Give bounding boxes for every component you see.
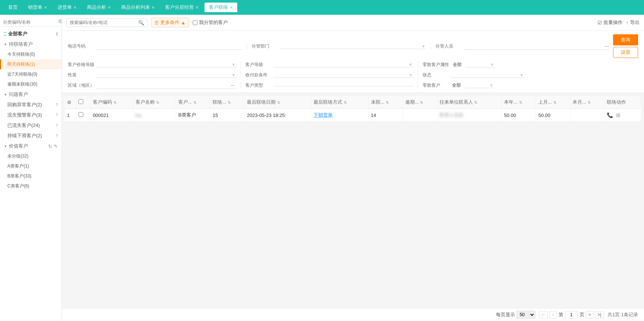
link-sales-order[interactable]: 下销货单 <box>314 112 333 118</box>
prev-page-btn[interactable]: < <box>549 311 557 318</box>
close-icon[interactable]: ✕ <box>230 5 233 10</box>
col-this-year[interactable]: 本年... ⇅ <box>502 96 536 109</box>
col-this-month[interactable]: 本月... ⇅ <box>570 96 605 109</box>
filter-dept-select[interactable]: ∨ <box>280 43 426 49</box>
table-container: ⚙ 客户编码 ⇅ 客户名称 ⇅ 客户... ⇅ 联络... ⇅ 最后联络日期 ⇅… <box>62 93 644 308</box>
toolbar-right: ☑ 批量操作 ↑ 导出 <box>598 19 640 26</box>
sidebar-group-problem[interactable]: ▼ 问题客户 <box>0 89 62 100</box>
divider <box>418 71 418 79</box>
col-unit-contact[interactable]: 往来单位联系人 ⇅ <box>437 96 501 109</box>
nav-item-purchase[interactable]: 进货单 ✕ <box>53 3 81 12</box>
col-code[interactable]: 客户编码 ⇅ <box>90 96 133 109</box>
my-customers-check[interactable] <box>193 20 197 25</box>
sidebar-item-declining[interactable]: 持续下滑客户(2) ? <box>0 131 62 141</box>
top-nav: 首页 销货单 ✕ 进货单 ✕ 商品分析 ✕ 商品分析列表 ✕ 客户分层经营 ✕ … <box>0 0 644 15</box>
search-icon[interactable]: 🔍 <box>138 20 144 25</box>
page-number-input[interactable] <box>565 311 578 318</box>
col-last-month[interactable]: 上月... ⇅ <box>536 96 570 109</box>
filter-nature: 性质 ∨ <box>68 72 236 78</box>
search-icon[interactable]: 🔍 <box>58 19 62 25</box>
sidebar-item-overdue[interactable]: 逾期未联络(30) <box>0 79 62 89</box>
nav-item-customer-contact[interactable]: 客户联络 ✕ <box>204 3 237 12</box>
close-icon[interactable]: ✕ <box>44 5 47 10</box>
filter-region-select[interactable]: ··· <box>97 82 236 89</box>
cell-this-year: 50.00 <box>502 109 536 122</box>
filter-scatter-attr-select[interactable]: ∨ <box>465 62 495 68</box>
close-icon[interactable]: ✕ <box>151 5 155 10</box>
col-settings[interactable]: ⚙ <box>65 96 76 109</box>
nav-item-customer-segment[interactable]: 客户分层经营 ✕ <box>161 3 203 12</box>
col-last-method[interactable]: 最后联络方式 ⇅ <box>311 96 369 109</box>
query-btn[interactable]: 查询 <box>613 34 638 45</box>
col-type[interactable]: 客户... ⇅ <box>176 96 210 109</box>
close-icon[interactable]: ✕ <box>73 5 77 10</box>
filter-scatter-customer-select[interactable]: ∨ <box>465 82 494 88</box>
filter-payment-terms-select[interactable]: ∨ <box>273 72 414 78</box>
sidebar-item-repurchase-abnormal[interactable]: 回购异常客户(2) ? <box>0 100 62 110</box>
settings-btn[interactable]: 设置 <box>613 47 638 58</box>
filter-customer-type-select[interactable] <box>273 84 414 86</box>
col-checkbox[interactable] <box>76 96 90 109</box>
divider <box>431 42 431 50</box>
filter-status-select[interactable]: ∨ <box>451 72 524 78</box>
help-icon: ? <box>56 103 58 107</box>
sidebar-item-class-c[interactable]: C类客户(6) <box>0 181 62 191</box>
close-icon[interactable]: ✕ <box>108 5 111 10</box>
nav-item-sales[interactable]: 销货单 ✕ <box>24 3 52 12</box>
page-size-select[interactable]: 10 20 50 100 <box>517 311 535 319</box>
filter-row-3: 性质 ∨ 收付款条件 ∨ 状态 <box>68 71 638 79</box>
last-page-btn[interactable]: >| <box>595 311 604 318</box>
phone-icon[interactable]: 📞 <box>607 112 613 118</box>
sidebar-item-tomorrow-pending[interactable]: 明天待联络(1) <box>0 59 62 69</box>
chevron-down-icon: ∨ <box>409 73 412 77</box>
sort-icon: ⇅ <box>156 100 159 104</box>
sidebar-group-pending[interactable]: ▼ 待联络客户 <box>0 39 62 49</box>
close-icon[interactable]: ✕ <box>195 5 199 10</box>
sidebar-item-class-b[interactable]: B类客户(33) <box>0 171 62 181</box>
edit-icon[interactable]: ✎ <box>54 144 58 149</box>
batch-operation-btn[interactable]: ☑ 批量操作 <box>598 19 623 26</box>
col-name[interactable]: 客户名称 ⇅ <box>133 96 176 109</box>
more-icon[interactable]: ⊞ <box>616 112 620 118</box>
nav-item-goods-analysis[interactable]: 商品分析 ✕ <box>83 3 115 12</box>
sidebar-item-week-pending[interactable]: 近7天待联络(0) <box>0 69 62 79</box>
sidebar-item-churned[interactable]: 已流失客户(24) ? <box>0 120 62 131</box>
search-input[interactable] <box>70 20 136 25</box>
filter-manager-select[interactable]: ··· <box>463 42 610 50</box>
row-checkbox[interactable] <box>78 112 83 117</box>
export-btn[interactable]: ↑ 导出 <box>626 19 640 26</box>
filter-more-btn[interactable]: ☰ 更多条件 ▲ <box>151 18 189 27</box>
sidebar-search: 🔍 <box>0 18 62 27</box>
chevron-down-icon: ∨ <box>491 62 493 66</box>
my-customers-checkbox[interactable]: 我分管的客户 <box>193 19 228 26</box>
col-not-contacted[interactable]: 未联... ⇅ <box>368 96 403 109</box>
sidebar-group-value[interactable]: ▼ 价值客户 ↻ ✎ <box>0 141 62 151</box>
sidebar-all-customers[interactable]: ⁚⁚ 全部客户 《 <box>0 29 62 39</box>
divider <box>418 61 418 68</box>
sidebar-item-today-pending[interactable]: 今天待联络(0) <box>0 49 62 59</box>
first-page-btn[interactable]: |< <box>539 311 548 318</box>
filter-row-1: 电话号码 分管部门 ∨ 分管人员 ··· <box>68 34 638 58</box>
filter-nature-select[interactable]: ∨ <box>96 72 236 78</box>
cell-checkbox[interactable] <box>76 109 90 122</box>
sort-icon: ⇅ <box>344 100 347 104</box>
col-last-date[interactable]: 最后联络日期 ⇅ <box>245 96 311 109</box>
filter-price-level-select[interactable]: ∨ <box>97 62 236 68</box>
cell-last-method: 下销货单 <box>311 109 369 122</box>
sidebar-item-churn-warning[interactable]: 流失预警客户(3) ? <box>0 110 62 120</box>
filter-customer-level-select[interactable]: ∨ <box>273 62 414 68</box>
cell-last-date: 2023-05-23 18:25: <box>245 109 311 122</box>
filter-phone-input[interactable] <box>96 43 242 50</box>
filter-icon: ☰ <box>154 20 159 25</box>
nav-item-home[interactable]: 首页 <box>4 3 22 12</box>
next-page-btn[interactable]: > <box>586 311 594 318</box>
sidebar-item-ungrouped[interactable]: 未分组(32) <box>0 151 62 161</box>
sidebar-item-class-a[interactable]: A类客户(1) <box>0 161 62 171</box>
refresh-icon[interactable]: ↻ <box>48 144 52 149</box>
select-all-checkbox[interactable] <box>78 99 83 104</box>
sidebar-search-input[interactable] <box>3 20 58 25</box>
nav-item-goods-analysis-list[interactable]: 商品分析列表 ✕ <box>117 3 159 12</box>
col-overdue[interactable]: 逾期... ⇅ <box>403 96 437 109</box>
col-contact[interactable]: 联络... ⇅ <box>210 96 245 109</box>
filter-customer-type: 客户类型 <box>245 82 414 89</box>
